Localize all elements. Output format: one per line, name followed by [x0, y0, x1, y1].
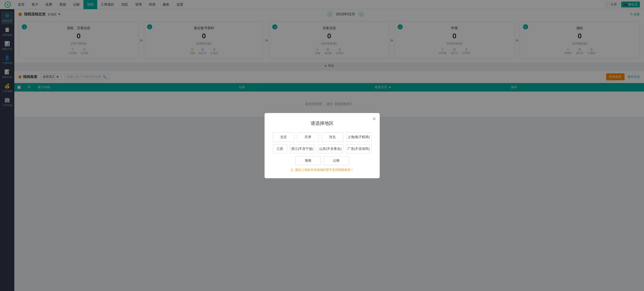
modal-overlay[interactable]: ✕ 请选择地区 北京 天津 河北 上海(电子税局) 江苏 浙江(不含宁波) 山东…	[0, 0, 644, 291]
region-btn-shandong[interactable]: 山东(不含青岛)	[318, 144, 343, 153]
warning-icon: ⚠	[290, 168, 294, 172]
region-grid-row2: 江苏 浙江(不含宁波) 山东(不含青岛) 广东(不含深圳)	[273, 144, 372, 153]
region-btn-yunnan[interactable]: 云南	[323, 156, 349, 165]
modal-warning: ⚠ 除以上地区外其他地区暂不支持报税检查！	[273, 168, 372, 172]
region-btn-hebei[interactable]: 河北	[321, 132, 343, 142]
region-btn-jiangsu[interactable]: 江苏	[273, 144, 287, 153]
region-select-modal: ✕ 请选择地区 北京 天津 河北 上海(电子税局) 江苏 浙江(不含宁波) 山东…	[265, 113, 380, 178]
warning-text: 除以上地区外其他地区暂不支持报税检查！	[295, 168, 354, 172]
region-btn-tianjin[interactable]: 天津	[297, 132, 319, 142]
modal-title: 请选择地区	[273, 120, 372, 126]
region-btn-zhejiang[interactable]: 浙江(不含宁波)	[290, 144, 315, 153]
region-grid-row1: 北京 天津 河北 上海(电子税局)	[273, 132, 372, 142]
modal-close-button[interactable]: ✕	[372, 116, 376, 122]
region-btn-shanghai[interactable]: 上海(电子税局)	[346, 132, 372, 142]
region-btn-guangdong[interactable]: 广东(不含深圳)	[346, 144, 372, 153]
region-btn-hainan[interactable]: 海南	[295, 156, 321, 165]
region-grid-row3: 海南 云南	[273, 156, 372, 165]
region-btn-beijing[interactable]: 北京	[273, 132, 294, 142]
